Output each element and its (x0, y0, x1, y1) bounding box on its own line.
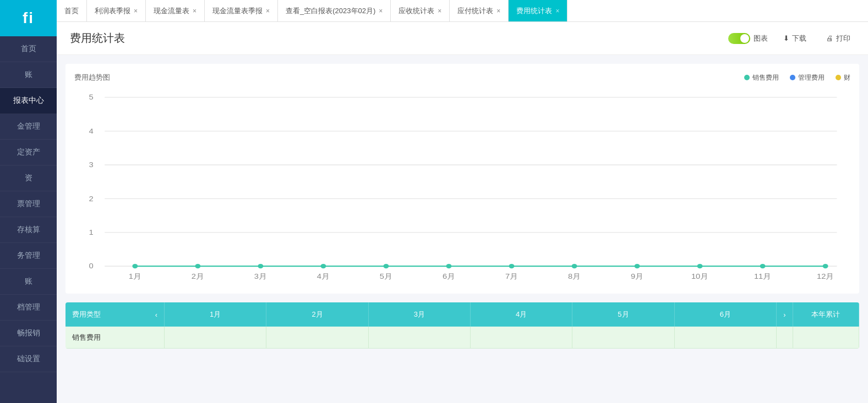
tab-close-cashflow[interactable]: × (193, 7, 196, 15)
tab-payable[interactable]: 应付统计表 × (450, 0, 509, 22)
tab-receivable[interactable]: 应收统计表 × (391, 0, 450, 22)
table-cell-may-sales (572, 327, 674, 348)
svg-text:1: 1 (89, 229, 94, 236)
sidebar: fi 首页 账 报表中心 金管理 定资产 资 票管理 存核算 务管理 账 档管理… (0, 0, 57, 403)
svg-text:6月: 6月 (443, 273, 455, 280)
svg-text:0: 0 (89, 262, 94, 270)
page-header: 费用统计表 图表 ⬇ 下载 🖨 打印 (57, 22, 868, 55)
table-cell-arrow-sales (777, 327, 793, 348)
sidebar-item-cash-mgmt[interactable]: 金管理 (0, 114, 57, 140)
svg-text:10月: 10月 (691, 273, 708, 280)
download-button[interactable]: ⬇ 下载 (779, 31, 811, 46)
table-col-mar-header: 3月 (369, 302, 471, 327)
table-cell-type-sales: 销售费用 (65, 327, 165, 348)
chart-legend: 销售费用 管理费用 财 (744, 73, 850, 82)
svg-text:7月: 7月 (505, 273, 518, 280)
legend-label-sales: 销售费用 (752, 73, 779, 82)
tab-home[interactable]: 首页 (57, 0, 87, 22)
main-area: 首页 利润表季报 × 现金流量表 × 现金流量表季报 × 查看_空白报表(202… (57, 0, 868, 403)
svg-point-22 (760, 264, 766, 268)
tab-close-blank-report[interactable]: × (379, 7, 383, 15)
table-col-jan-header: 1月 (165, 302, 266, 327)
legend-finance-expense: 财 (836, 73, 850, 82)
tab-close-receivable[interactable]: × (438, 7, 441, 15)
sidebar-item-invest[interactable]: 资 (0, 165, 57, 191)
sidebar-item-report-center[interactable]: 报表中心 (0, 88, 57, 114)
chart-header: 费用趋势图 销售费用 管理费用 财 (74, 73, 850, 82)
page-title: 费用统计表 (70, 31, 125, 46)
svg-text:1月: 1月 (129, 273, 141, 280)
svg-point-15 (321, 264, 326, 268)
table-col-jun-header: 6月 (675, 302, 777, 327)
sidebar-item-ledger[interactable]: 账 (0, 62, 57, 88)
legend-dot-admin (790, 75, 795, 80)
sidebar-item-inventory[interactable]: 存核算 (0, 217, 57, 243)
tab-cashflow[interactable]: 现金流量表 × (146, 0, 205, 22)
legend-label-admin: 管理费用 (798, 73, 825, 82)
tab-close-cashflow-quarterly[interactable]: × (266, 7, 270, 15)
svg-point-16 (384, 264, 389, 268)
svg-point-20 (635, 264, 640, 268)
legend-label-finance: 财 (844, 73, 850, 82)
expense-table: 费用类型 ‹ 1月 2月 3月 4月 5月 6月 › 本年累计 销售费用 (65, 302, 859, 349)
svg-text:4: 4 (89, 128, 94, 135)
svg-point-19 (572, 264, 577, 268)
tab-close-payable[interactable]: × (496, 7, 500, 15)
svg-point-12 (132, 264, 138, 268)
svg-text:12月: 12月 (817, 273, 834, 280)
svg-point-21 (697, 264, 703, 268)
print-icon: 🖨 (826, 34, 833, 42)
sidebar-item-settings[interactable]: 础设置 (0, 346, 57, 372)
print-button[interactable]: 🖨 打印 (822, 31, 855, 46)
chart-container: 5 4 3 2 1 0 (74, 87, 850, 285)
sidebar-item-expense[interactable]: 畅报销 (0, 321, 57, 346)
legend-sales-expense: 销售费用 (744, 73, 779, 82)
table-col-feb-header: 2月 (266, 302, 368, 327)
svg-text:4月: 4月 (317, 273, 330, 280)
sidebar-item-account[interactable]: 账 (0, 269, 57, 295)
table-col-may-header: 5月 (572, 302, 674, 327)
sidebar-item-home[interactable]: 首页 (0, 36, 57, 62)
tab-close-expense-stats[interactable]: × (555, 7, 559, 15)
svg-text:5月: 5月 (380, 273, 392, 280)
chart-toggle[interactable] (728, 33, 750, 44)
content-area: 费用统计表 图表 ⬇ 下载 🖨 打印 费用趋势图 (57, 22, 868, 403)
sidebar-item-archive[interactable]: 档管理 (0, 295, 57, 321)
svg-text:3月: 3月 (254, 273, 267, 280)
svg-text:2: 2 (89, 195, 94, 202)
header-actions: 图表 ⬇ 下载 🖨 打印 (728, 31, 855, 46)
legend-dot-finance (836, 75, 841, 80)
tab-close-profit-quarterly[interactable]: × (134, 7, 138, 15)
legend-dot-sales (744, 75, 750, 80)
line-chart-svg: 5 4 3 2 1 0 (74, 87, 850, 285)
next-arrow-icon[interactable]: › (777, 302, 793, 327)
tab-profit-quarterly[interactable]: 利润表季报 × (87, 0, 146, 22)
tab-expense-stats[interactable]: 费用统计表 × (509, 0, 567, 22)
svg-text:9月: 9月 (631, 273, 643, 280)
legend-admin-expense: 管理费用 (790, 73, 825, 82)
download-icon: ⬇ (783, 34, 789, 42)
sidebar-logo: fi (0, 0, 57, 36)
tab-blank-report[interactable]: 查看_空白报表(2023年02月) × (278, 0, 391, 22)
svg-point-18 (509, 264, 515, 268)
table-cell-total-sales (793, 327, 859, 348)
svg-point-13 (195, 264, 200, 268)
svg-point-23 (823, 264, 828, 268)
table-cell-mar-sales (369, 327, 471, 348)
table-cell-jan-sales (165, 327, 266, 348)
svg-text:5: 5 (89, 93, 94, 101)
sidebar-item-fixed-assets[interactable]: 定资产 (0, 140, 57, 165)
tab-bar: 首页 利润表季报 × 现金流量表 × 现金流量表季报 × 查看_空白报表(202… (57, 0, 868, 22)
chart-section: 费用趋势图 销售费用 管理费用 财 (65, 64, 859, 294)
chart-toggle-label: 图表 (754, 34, 768, 43)
table-row: 销售费用 (65, 327, 859, 349)
table-col-type-header: 费用类型 ‹ (65, 302, 165, 327)
table-cell-feb-sales (266, 327, 368, 348)
svg-text:3: 3 (89, 161, 94, 169)
table-header: 费用类型 ‹ 1月 2月 3月 4月 5月 6月 › 本年累计 (65, 302, 859, 327)
table-cell-apr-sales (471, 327, 572, 348)
tab-cashflow-quarterly[interactable]: 现金流量表季报 × (205, 0, 278, 22)
sidebar-item-tickets[interactable]: 票管理 (0, 191, 57, 217)
sidebar-item-service[interactable]: 务管理 (0, 243, 57, 269)
prev-arrow-icon[interactable]: ‹ (155, 311, 157, 319)
